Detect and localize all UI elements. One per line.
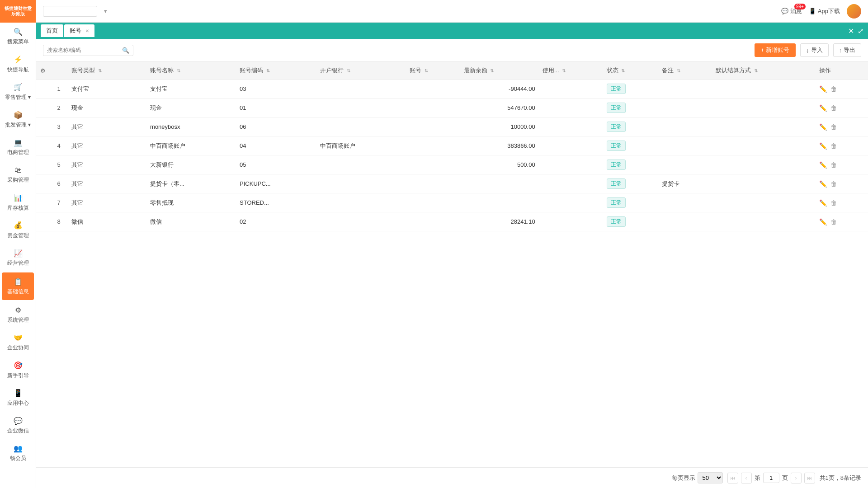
row-usage-4 [539,155,603,174]
row-bank-6 [316,193,406,212]
col-status[interactable]: 状态 ⇅ [603,62,658,80]
row-usage-1 [539,99,603,117]
row-actions-2: ✏️ 🗑 [816,117,868,136]
tab-controls: ✕ ⤢ [848,27,863,35]
per-page-select[interactable]: 50 100 200 [698,472,723,483]
row-type-4: 其它 [68,155,146,174]
sidebar-item-13[interactable]: 📱应用中心 [0,384,36,411]
message-button[interactable]: 💬 消息 99+ [781,7,802,15]
sidebar-item-4[interactable]: 💻电商管理 [0,133,36,161]
col-usage[interactable]: 使用... ⇅ [539,62,603,80]
row-name-7: 微信 [146,212,236,231]
col-settings[interactable]: ⚙ [36,62,50,80]
export-button[interactable]: ↑ 导出 [833,43,862,57]
sidebar-item-1[interactable]: ⚡快捷导航 [0,50,36,78]
per-page-selector: 每页显示 50 100 200 [672,472,723,483]
row-bank-3: 中百商场账户 [316,136,406,155]
row-remark-1 [658,99,712,117]
edit-icon-5[interactable]: ✏️ [819,180,827,188]
col-code[interactable]: 账号编码 ⇅ [236,62,316,80]
row-status-1: 正常 [603,99,658,117]
app-download-button[interactable]: 📱 App下载 [809,7,840,15]
user-avatar[interactable] [847,4,861,19]
sidebar-item-6[interactable]: 📊库存核算 [0,188,36,216]
search-input[interactable] [47,47,122,53]
row-bank-1 [316,99,406,117]
tab-close-icon[interactable]: ✕ [848,27,854,35]
delete-icon-3[interactable]: 🗑 [830,142,837,150]
tab-fullscreen-icon[interactable]: ⤢ [858,27,863,35]
row-remark-6 [658,193,712,212]
import-button[interactable]: ↓ 导入 [800,43,829,57]
row-default-payment-6 [712,193,816,212]
table-row: 5 其它 大新银行 05 500.00 正常 ✏️ 🗑 [36,155,868,174]
page-number-input[interactable] [763,473,779,483]
sidebar-item-10[interactable]: ⚙系统管理 [0,301,36,328]
top-search-input[interactable] [43,6,97,17]
last-page-button[interactable]: ⏭ [804,473,815,483]
col-type[interactable]: 账号类型 ⇅ [68,62,146,80]
top-bar-left: ▾ [43,6,107,17]
sidebar-item-14[interactable]: 💬企业微信 [0,412,36,439]
toolbar-actions: + 新增账号 ↓ 导入 ↑ 导出 [755,43,861,57]
edit-icon-1[interactable]: ✏️ [819,104,827,112]
delete-icon-4[interactable]: 🗑 [830,161,837,169]
add-account-button[interactable]: + 新增账号 [755,43,796,57]
edit-icon-2[interactable]: ✏️ [819,123,827,131]
row-usage-6 [539,193,603,212]
edit-icon-0[interactable]: ✏️ [819,85,827,93]
sidebar-item-12[interactable]: 🎯新手引导 [0,356,36,384]
col-account[interactable]: 账号 ⇅ [406,62,460,80]
delete-icon-5[interactable]: 🗑 [830,180,837,188]
edit-icon-3[interactable]: ✏️ [819,142,827,150]
search-box[interactable]: 🔍 [43,45,133,56]
search-icon[interactable]: 🔍 [122,47,129,54]
delete-icon-7[interactable]: 🗑 [830,218,837,225]
sidebar-item-9[interactable]: 📋基础信息 [2,272,34,300]
tab-bar: 首页 账号 ✕ ✕ ⤢ [36,23,868,39]
sidebar-item-0[interactable]: 🔍搜索菜单 [0,23,36,50]
sidebar-item-7[interactable]: 💰资金管理 [0,216,36,244]
sidebar-item-8[interactable]: 📈经营管理 [0,244,36,272]
row-code-6: STORED... [236,193,316,212]
prev-page-button[interactable]: ‹ [741,473,752,483]
tab-accounts[interactable]: 账号 ✕ [64,24,94,37]
edit-icon-6[interactable]: ✏️ [819,199,827,206]
row-balance-1: 547670.00 [460,99,539,117]
col-remark[interactable]: 备注 ⇅ [658,62,712,80]
delete-icon-2[interactable]: 🗑 [830,123,837,131]
sidebar-item-3[interactable]: 📦批发管理 ▾ [0,106,36,133]
sidebar-icon-12: 🎯 [2,361,33,371]
sidebar-item-15[interactable]: 👥畅会员 [0,439,36,467]
tab-accounts-close[interactable]: ✕ [85,28,89,33]
row-num-2: 3 [50,117,68,136]
row-name-3: 中百商场账户 [146,136,236,155]
sidebar-item-5[interactable]: 🛍采购管理 [0,161,36,188]
col-name[interactable]: 账号名称 ⇅ [146,62,236,80]
row-num-6: 7 [50,193,68,212]
next-page-button[interactable]: › [791,473,802,483]
import-icon: ↓ [806,47,809,54]
delete-icon-6[interactable]: 🗑 [830,199,837,206]
col-balance[interactable]: 最新余额 ⇅ [460,62,539,80]
edit-icon-7[interactable]: ✏️ [819,218,827,225]
row-usage-7 [539,212,603,231]
tab-home[interactable]: 首页 [41,24,63,37]
export-icon: ↑ [839,47,842,54]
sidebar-label-10: 系统管理 [7,317,29,323]
sidebar-item-2[interactable]: 🛒零售管理 ▾ [0,78,36,105]
row-num-4: 5 [50,155,68,174]
first-page-button[interactable]: ⏮ [727,473,738,483]
delete-icon-1[interactable]: 🗑 [830,104,837,112]
edit-icon-4[interactable]: ✏️ [819,161,827,169]
sidebar-icon-13: 📱 [2,388,33,398]
col-default-payment[interactable]: 默认结算方式 ⇅ [712,62,816,80]
col-bank[interactable]: 开户银行 ⇅ [316,62,406,80]
row-balance-3: 383866.00 [460,136,539,155]
row-settings-6 [36,193,50,212]
dropdown-arrow-icon[interactable]: ▾ [104,8,107,14]
notification-badge: 99+ [794,4,806,9]
sidebar-item-11[interactable]: 🤝企业协同 [0,328,36,356]
delete-icon-0[interactable]: 🗑 [830,85,837,93]
sidebar-label-4: 电商管理 [7,149,29,155]
